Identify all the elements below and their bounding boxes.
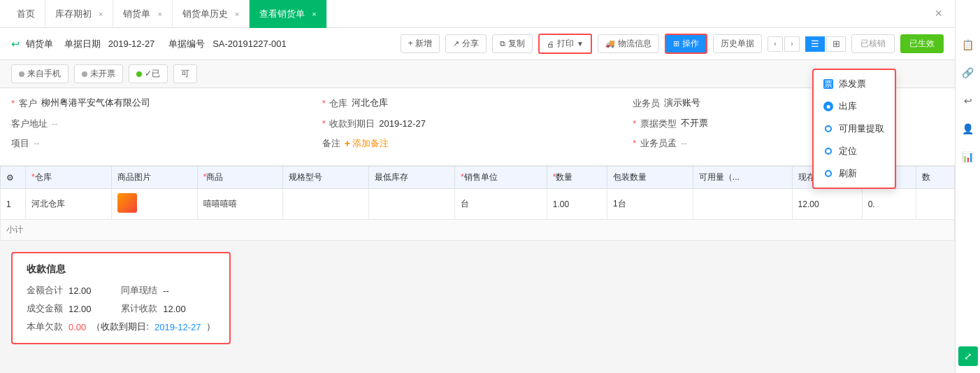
number-label: 单据编号 SA-20191227-001: [168, 38, 286, 50]
not-open-ticket-button[interactable]: 未开票: [74, 64, 123, 83]
col-extra: 数: [916, 167, 955, 189]
ticket-type-field: * 票据类型 不开票: [633, 117, 944, 130]
sidebar-icon-chart[interactable]: 📊: [958, 147, 978, 167]
available-button[interactable]: 可: [173, 64, 197, 83]
sidebar-icon-expand[interactable]: ⤢: [958, 346, 978, 356]
outbound-icon: ●: [823, 101, 833, 111]
tab-view-sales[interactable]: 查看销货单 ×: [250, 0, 326, 28]
deal-amount-value: 12.00: [69, 304, 92, 314]
confirm-button[interactable]: ✓已: [129, 64, 168, 83]
sidebar-icon-return[interactable]: ↩: [958, 91, 978, 111]
row-unit: 台: [455, 189, 547, 220]
locate-icon: [823, 146, 833, 156]
add-button[interactable]: + 新增: [401, 34, 440, 53]
logistics-button[interactable]: 🚚 物流信息: [598, 34, 659, 53]
next-arrow[interactable]: ›: [784, 36, 800, 52]
date-value: 2019-12-27: [108, 38, 155, 49]
ticket-type-value: 不开票: [681, 117, 765, 130]
col-unit: *销售单位: [455, 167, 547, 189]
cumulative-item: 累计收款 12.00: [121, 302, 215, 315]
salesperson-value: 演示账号: [664, 97, 748, 110]
dropdown-add-invoice[interactable]: 票 添发票: [814, 73, 895, 95]
customer-field: * 客户 柳州粤港平安气体有限公司: [11, 97, 322, 110]
row-package-qty: 1台: [607, 189, 693, 220]
add-invoice-icon: 票: [823, 79, 833, 89]
owed-value: 0.00: [69, 322, 86, 332]
customer-value: 柳州粤港平安气体有限公司: [41, 97, 150, 110]
cumulative-value: 12.00: [163, 304, 186, 314]
row-qty: 1.00: [547, 189, 607, 220]
copy-button[interactable]: ⧉ 复制: [492, 34, 533, 53]
row-spec: [283, 189, 369, 220]
row-warehouse: 河北仓库: [26, 189, 112, 220]
print-button[interactable]: 🖨 打印 ▼: [538, 34, 592, 54]
dropdown-locate[interactable]: 定位: [814, 140, 895, 162]
product-image: [117, 193, 137, 213]
subtotal-row: 小计: [1, 220, 955, 241]
window-close-button[interactable]: ×: [929, 6, 948, 21]
row-min-stock: [369, 189, 455, 220]
amount-total-item: 金额合计 12.00: [27, 284, 121, 297]
history-button[interactable]: 历史单据: [713, 34, 762, 53]
tab-home[interactable]: 首页: [7, 0, 45, 28]
document-meta: 单据日期 2019-12-27 单据编号 SA-20191227-001: [64, 38, 287, 50]
tab-inventory-init[interactable]: 库存期初 ×: [45, 0, 113, 28]
prev-arrow[interactable]: ‹: [768, 36, 783, 52]
col-available: 可用量（...: [693, 167, 792, 189]
subtotal-label: 小计: [1, 220, 955, 241]
tab-sales-order-close[interactable]: ×: [157, 10, 161, 18]
available-qty-icon: [823, 124, 833, 134]
tab-inventory-init-close[interactable]: ×: [99, 10, 103, 18]
effect-status-button[interactable]: 已生效: [900, 34, 944, 53]
add-remark-button[interactable]: 添加备注: [345, 137, 389, 150]
sold-status-button[interactable]: 已核销: [851, 34, 895, 53]
row-extra: [916, 189, 955, 220]
col-package-qty: 包装数量: [607, 167, 693, 189]
payment-info-grid: 金额合计 12.00 同单现结 -- 成交金额 12.00 累计收款 12.00…: [27, 284, 215, 333]
same-order-value: --: [163, 286, 169, 296]
project-field: 项目 --: [11, 137, 322, 150]
address-value: --: [52, 118, 136, 129]
number-value: SA-20191227-001: [212, 38, 287, 49]
due-date-value: 2019-12-27: [379, 118, 463, 129]
amount-total-value: 12.00: [69, 286, 92, 296]
col-min-stock: 最低库存: [369, 167, 455, 189]
owed-close: ）: [206, 321, 215, 333]
owed-item: 本单欠款 0.00 （收款到期日: 2019-12-27 ）: [27, 321, 215, 333]
col-product-img: 商品图片: [111, 167, 197, 189]
tab-sales-history-close[interactable]: ×: [235, 10, 239, 18]
deal-amount-item: 成交金额 12.00: [27, 302, 121, 315]
operations-dropdown: 票 添发票 ● 出库 可用量提取 定位 刷新: [812, 69, 896, 189]
payment-info-title: 收款信息: [27, 263, 215, 276]
tab-sales-history[interactable]: 销货单历史 ×: [173, 0, 250, 28]
date-label: 单据日期 2019-12-27: [64, 38, 154, 50]
operations-button[interactable]: ⊞ 操作: [665, 34, 707, 54]
list-view-btn[interactable]: ☰: [805, 36, 825, 52]
row-no: 1: [1, 189, 26, 220]
warehouse-field: * 仓库 河北仓库: [322, 97, 633, 110]
row-current-stock: 12.00: [792, 189, 862, 220]
grid-view-btn[interactable]: ⊞: [826, 36, 846, 52]
warehouse-value: 河北仓库: [352, 97, 435, 110]
from-phone-button[interactable]: 来自手机: [11, 64, 69, 83]
col-spec: 规格型号: [283, 167, 369, 189]
form-row-2: 客户地址 -- * 收款到期日 2019-12-27 * 票据类型 不开票: [11, 117, 944, 130]
form-row-3: 项目 -- 备注 添加备注 * 业务员孟 --: [11, 137, 944, 150]
due-date-field: * 收款到期日 2019-12-27: [322, 118, 633, 130]
refresh-icon: [823, 169, 833, 178]
tab-view-sales-close[interactable]: ×: [312, 10, 316, 18]
dropdown-outbound[interactable]: ● 出库: [814, 95, 895, 118]
dropdown-refresh[interactable]: 刷新: [814, 162, 895, 185]
tab-sales-order[interactable]: 销货单 ×: [113, 0, 172, 28]
row-product: 嘻嘻嘻嘻: [197, 189, 283, 220]
dropdown-available-qty[interactable]: 可用量提取: [814, 118, 895, 140]
sidebar-icon-link[interactable]: 🔗: [958, 63, 978, 83]
sidebar-icon-user[interactable]: 👤: [958, 119, 978, 139]
row-unit-price: 0.: [862, 189, 916, 220]
col-warehouse: *仓库: [26, 167, 112, 189]
owed-date: 2019-12-27: [154, 322, 201, 332]
document-type-label: 销货单: [26, 38, 53, 50]
sidebar-icon-doc[interactable]: 📋: [958, 35, 978, 55]
document-title-area: ↩ 销货单: [11, 38, 53, 50]
share-button[interactable]: ↗ 分享: [445, 34, 487, 53]
